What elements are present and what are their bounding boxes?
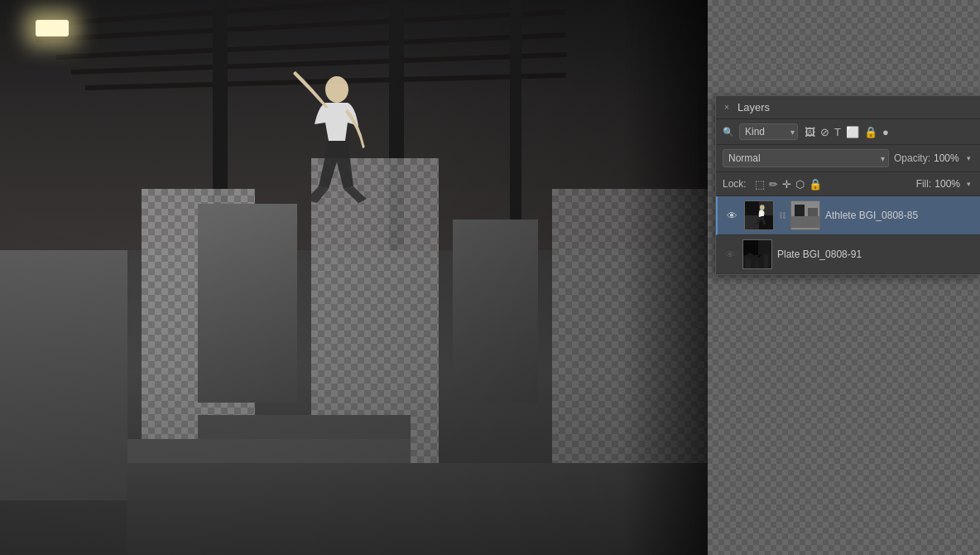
lock-artboard-icon[interactable]: ⬡	[795, 178, 805, 191]
fill-section: Fill: 100% ▾	[916, 176, 973, 191]
main-photo	[0, 0, 708, 555]
svg-point-6	[760, 205, 765, 210]
svg-rect-12	[743, 240, 758, 255]
vignette	[0, 0, 708, 555]
kind-select-wrap[interactable]: Kind Name Effect Mode Attribute Color	[739, 123, 798, 140]
layer-name: Athlete BGI_0808-85	[825, 210, 973, 221]
lock-all-icon[interactable]: 🔒	[809, 178, 822, 191]
layer-item[interactable]: 👁 ⛓	[716, 196, 980, 235]
layers-panel: × Layers 🔍 Kind Name Effect Mode Attribu…	[715, 95, 980, 275]
smart-object-filter-icon[interactable]: 🔒	[864, 126, 877, 138]
layer-visibility-toggle[interactable]: 👁	[724, 208, 739, 223]
layers-list: 👁 ⛓	[716, 196, 980, 274]
panel-close-button[interactable]: ×	[723, 104, 731, 112]
lock-row: Lock: ⬚ ✏ ✛ ⬡ 🔒 Fill: 100% ▾	[716, 172, 980, 196]
layer-thumbnail	[742, 239, 772, 269]
layer-thumbnail	[744, 200, 774, 230]
opacity-section: Opacity: 100% ▾	[894, 151, 973, 166]
lock-image-pixels-icon[interactable]: ✏	[769, 178, 778, 191]
blend-mode-select[interactable]: Normal Dissolve Darken Multiply Screen O…	[723, 149, 889, 167]
fill-label: Fill:	[916, 178, 932, 190]
photo-content	[0, 0, 708, 555]
image-filter-icon[interactable]: 🖼	[805, 126, 815, 138]
layer-visibility-toggle[interactable]: 👁	[723, 247, 737, 262]
canvas-area	[0, 0, 980, 555]
lock-icons: ⬚ ✏ ✛ ⬡ 🔒	[755, 178, 822, 191]
opacity-dropdown-btn[interactable]: ▾	[963, 151, 973, 166]
layer-name: Plate BGI_0808-91	[777, 249, 973, 260]
svg-rect-16	[746, 258, 751, 269]
type-filter-icon[interactable]: T	[834, 126, 841, 138]
svg-rect-2	[745, 201, 759, 215]
layer-mask-thumbnail	[790, 200, 820, 230]
blend-mode-select-wrap[interactable]: Normal Dissolve Darken Multiply Screen O…	[723, 149, 889, 167]
shape-filter-icon[interactable]: ⬜	[846, 126, 859, 138]
layer-mask-chain: ⛓	[779, 200, 785, 230]
opacity-label: Opacity:	[894, 152, 930, 164]
svg-rect-18	[764, 255, 768, 269]
lock-transparent-pixels-icon[interactable]: ⬚	[755, 178, 765, 191]
right-shadow	[622, 0, 708, 555]
svg-rect-10	[791, 216, 820, 228]
panel-title: Layers	[737, 101, 770, 113]
kind-filter-row: 🔍 Kind Name Effect Mode Attribute Color …	[716, 119, 980, 145]
panel-titlebar: × Layers	[716, 96, 980, 119]
filter-icons: 🖼 ⊘ T ⬜ 🔒 ●	[805, 126, 889, 138]
adjustment-filter-icon[interactable]: ⊘	[820, 126, 829, 138]
pixel-filter-icon[interactable]: ●	[882, 126, 889, 138]
search-icon: 🔍	[723, 127, 734, 138]
fill-value[interactable]: 100%	[934, 178, 960, 190]
fill-dropdown-btn[interactable]: ▾	[963, 176, 973, 191]
svg-rect-17	[755, 261, 759, 269]
lock-position-icon[interactable]: ✛	[782, 178, 791, 191]
lock-label: Lock:	[723, 178, 747, 190]
blend-mode-row: Normal Dissolve Darken Multiply Screen O…	[716, 145, 980, 172]
opacity-value[interactable]: 100%	[934, 152, 960, 164]
layer-item[interactable]: 👁 Plate BGI_0808-91	[716, 235, 980, 274]
kind-select[interactable]: Kind Name Effect Mode Attribute Color	[739, 123, 798, 140]
